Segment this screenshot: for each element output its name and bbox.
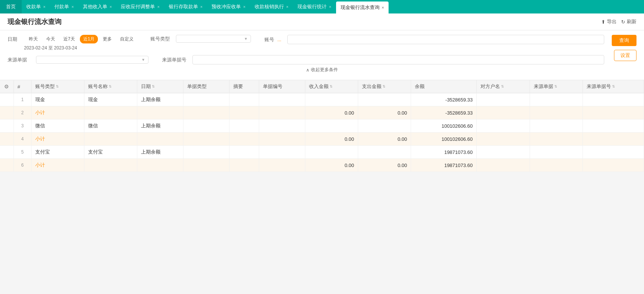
filter-right-actions: 查询 设置 [612,35,636,61]
sort-icon-account-type: ⇅ [56,85,59,88]
account-dots-button[interactable]: ... [277,37,281,42]
td-counterparty [477,93,530,106]
th-source-doc-no[interactable]: 来源单据号 ⇅ [582,80,644,93]
nav-tab-cash-bank-flow[interactable]: 现金银行流水查询 × [336,1,389,13]
account-type-select[interactable]: ▼ [176,35,251,43]
nav-tab-cash-bank-stats[interactable]: 现金银行统计 × [293,0,336,13]
td-doc-type [183,159,230,172]
close-tab-ar-ap-adjust[interactable]: × [157,4,159,9]
date-btn-more[interactable]: 更多 [99,35,115,43]
close-tab-cash-bank-flow[interactable]: × [382,5,384,10]
close-tab-receipt-writeoff[interactable]: × [286,4,288,9]
td-account-name: 现金 [84,93,137,106]
data-table: ⚙ # 账号类型 ⇅ 账号名称 ⇅ 日期 [0,80,644,172]
td-date [137,106,183,119]
td-doc-type [183,119,230,133]
td-balance: -3528659.33 [411,106,477,119]
sort-icon-account-name: ⇅ [109,85,112,88]
nav-home[interactable]: 首页 [0,0,22,13]
th-date[interactable]: 日期 ⇅ [137,80,183,93]
td-no: 3 [14,119,31,133]
table-row: 4小计0.000.00100102606.60 [0,133,644,146]
collapse-bar[interactable]: ∧ 收起更多条件 [8,64,636,75]
td-doc-no [259,159,305,172]
td-no: 1 [14,93,31,106]
td-summary [229,106,259,119]
date-btn-custom[interactable]: 自定义 [117,35,137,43]
td-counterparty [477,133,530,146]
nav-tab-bank-deposit[interactable]: 银行存取款单 × [164,0,207,13]
nav-tab-ar-ap-adjust[interactable]: 应收应付调整单 × [116,0,164,13]
td-source-doc [530,146,582,159]
query-button[interactable]: 查询 [612,35,636,46]
td-summary [229,146,259,159]
th-expense[interactable]: 支出金额 ⇅ [358,80,411,93]
date-btn-7days[interactable]: 近7天 [60,35,78,43]
td-no: 2 [14,106,31,119]
td-account-type: 小计 [31,133,84,146]
th-account-type[interactable]: 账号类型 ⇅ [31,80,84,93]
td-account-type: 小计 [31,159,84,172]
table-body: 1现金现金上期余额-3528659.332小计0.000.00-3528659.… [0,93,644,172]
date-btn-today[interactable]: 今天 [43,35,59,43]
td-balance: -3528659.33 [411,93,477,106]
close-tab-receipts[interactable]: × [43,4,45,9]
nav-tab-payments[interactable]: 付款单 × [50,0,78,13]
nav-tab-advance-offset[interactable]: 预收冲应收单 × [207,0,250,13]
close-tab-bank-deposit[interactable]: × [200,4,203,9]
th-doc-no[interactable]: 单据编号 [259,80,305,93]
account-label: 账号 [264,36,274,43]
td-counterparty [477,119,530,133]
settings-button[interactable]: 设置 [614,50,636,61]
close-tab-payments[interactable]: × [71,4,74,9]
td-income: 0.00 [305,159,358,172]
td-account-name [84,159,137,172]
th-summary[interactable]: 摘要 [229,80,259,93]
td-balance: 19871073.60 [411,159,477,172]
th-no[interactable]: # [14,80,31,93]
td-account-name: 微信 [84,119,137,133]
export-button[interactable]: ⬆ 导出 [601,18,617,25]
export-icon: ⬆ [601,19,605,25]
refresh-button[interactable]: ↻ 刷新 [621,18,636,25]
td-expense: 0.00 [358,133,411,146]
th-doc-type[interactable]: 单据类型 [183,80,230,93]
source-doc-label: 来源单据 [8,57,30,63]
date-btn-1month[interactable]: 近1月 [80,35,98,43]
td-gear [0,146,14,159]
close-tab-cash-bank-stats[interactable]: × [329,4,331,9]
source-doc-no-label: 来源单据号 [162,57,186,63]
td-account-type: 支付宝 [31,146,84,159]
th-account-name[interactable]: 账号名称 ⇅ [84,80,137,93]
th-counterparty[interactable]: 对方户名 ⇅ [477,80,530,93]
td-source-doc [530,93,582,106]
td-doc-no [259,119,305,133]
td-summary [229,119,259,133]
td-account-name [84,106,137,119]
td-balance: 19871073.60 [411,146,477,159]
nav-tab-receipts[interactable]: 收款单 × [22,0,50,13]
close-tab-other-income[interactable]: × [110,4,112,9]
th-income[interactable]: 收入金额 ⇅ [305,80,358,93]
th-source-doc[interactable]: 来源单据 ⇅ [530,80,582,93]
td-no: 5 [14,146,31,159]
source-doc-select[interactable]: ▼ [36,56,149,64]
source-doc-no-input[interactable] [192,55,604,64]
sort-icon-counterparty: ⇅ [501,85,504,88]
td-source-doc [530,159,582,172]
td-gear [0,133,14,146]
td-account-name [84,133,137,146]
close-tab-advance-offset[interactable]: × [243,4,245,9]
td-date [137,159,183,172]
header-actions: ⬆ 导出 ↻ 刷新 [601,18,636,25]
td-date: 上期余额 [137,93,183,106]
td-date [137,133,183,146]
account-type-arrow-icon: ▼ [244,37,248,41]
nav-tab-other-income[interactable]: 其他收入单 × [78,0,116,13]
th-gear[interactable]: ⚙ [0,80,14,93]
td-doc-type [183,106,230,119]
th-balance[interactable]: 余额 [411,80,477,93]
date-btn-yesterday[interactable]: 昨天 [26,35,41,43]
nav-tab-receipt-writeoff[interactable]: 收款核销执行 × [250,0,293,13]
account-input[interactable] [287,35,604,44]
